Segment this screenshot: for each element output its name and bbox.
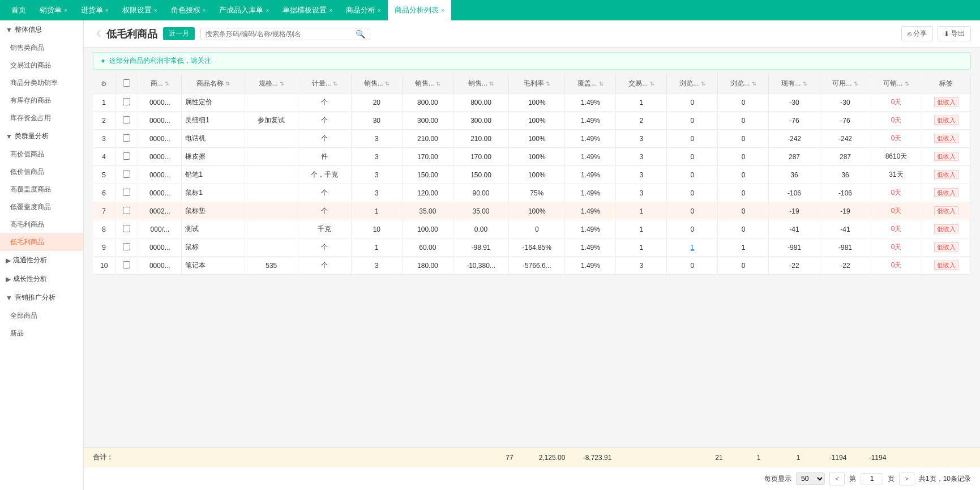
sidebar-item-low-value[interactable]: 低价值商品 — [0, 163, 83, 181]
col-code[interactable]: 商... ⇅ — [138, 74, 182, 93]
sidebar-item-traded-goods[interactable]: 交易过的商品 — [0, 57, 83, 74]
row-checkbox[interactable] — [115, 130, 138, 148]
row-name[interactable]: 测试 — [182, 220, 245, 238]
sidebar-item-low-coverage[interactable]: 低覆盖度商品 — [0, 198, 83, 216]
export-button[interactable]: ⬇ 导出 — [938, 26, 971, 41]
sidebar-item-all-goods[interactable]: 全部商品 — [0, 307, 83, 325]
collapse-sidebar-button[interactable]: 《 — [93, 29, 101, 39]
select-all-checkbox[interactable] — [123, 79, 130, 87]
row-check[interactable] — [123, 152, 130, 160]
row-check[interactable] — [123, 189, 130, 196]
row-browse1: 0 — [667, 112, 718, 130]
row-name[interactable]: 电话机 — [182, 130, 245, 148]
col-gross-margin[interactable]: 毛利率 ⇅ — [509, 74, 565, 93]
sidebar-item-new-goods[interactable]: 新品 — [0, 325, 83, 342]
row-check[interactable] — [123, 207, 130, 214]
row-name[interactable]: 吴细细1 — [182, 112, 245, 130]
nav-product-analysis[interactable]: 商品分析 × — [339, 0, 388, 20]
row-name[interactable]: 笔记本 — [182, 257, 245, 275]
share-button[interactable]: ⎋ 分享 — [901, 26, 933, 41]
col-sales-amount[interactable]: 销售... ⇅ — [453, 74, 508, 93]
col-available[interactable]: 可用... ⇅ — [820, 74, 871, 93]
row-checkbox[interactable] — [115, 166, 138, 184]
row-checkbox[interactable] — [115, 202, 138, 220]
close-icon[interactable]: × — [329, 7, 332, 14]
sidebar-item-stock-funds[interactable]: 库存资金占用 — [0, 109, 83, 127]
col-settings[interactable]: ⚙ — [93, 74, 115, 93]
col-unit[interactable]: 计量... ⇅ — [298, 74, 351, 93]
col-name[interactable]: 商品名称 ⇅ — [182, 74, 245, 93]
sidebar-group-growth[interactable]: ▶ 成长性分析 — [0, 270, 83, 288]
col-current[interactable]: 现有... ⇅ — [769, 74, 820, 93]
col-sales-qty[interactable]: 销售... ⇅ — [351, 74, 402, 93]
close-icon[interactable]: × — [441, 7, 444, 14]
sidebar-item-low-margin[interactable]: 低毛利商品 — [0, 233, 83, 251]
row-sales-price: 800.00 — [402, 93, 453, 112]
nav-product-entry[interactable]: 产成品入库单 × — [212, 0, 276, 20]
row-check[interactable] — [123, 134, 130, 142]
close-icon[interactable]: × — [266, 7, 269, 14]
close-icon[interactable]: × — [154, 7, 157, 14]
nav-sales[interactable]: 销货单 × — [33, 0, 74, 20]
per-page-select[interactable]: 50 100 200 — [796, 472, 825, 485]
row-checkbox[interactable] — [115, 112, 138, 130]
sidebar-item-category-rate[interactable]: 商品分类助销率 — [0, 74, 83, 92]
row-check[interactable] — [123, 225, 130, 232]
sidebar-item-in-stock[interactable]: 有库存的商品 — [0, 92, 83, 109]
row-name[interactable]: 橡皮擦 — [182, 148, 245, 166]
sidebar-group-overview[interactable]: ▼ 整体信息 — [0, 20, 83, 39]
close-icon[interactable]: × — [64, 7, 67, 14]
row-checkbox[interactable] — [115, 93, 138, 112]
row-sellable: 0天 — [871, 257, 922, 275]
col-browse2[interactable]: 浏览... ⇅ — [718, 74, 769, 93]
row-check[interactable] — [123, 243, 130, 250]
sidebar-group-circulation[interactable]: ▶ 流通性分析 — [0, 251, 83, 270]
sidebar-item-sales-goods[interactable]: 销售类商品 — [0, 39, 83, 57]
row-check[interactable] — [123, 116, 130, 123]
close-icon[interactable]: × — [378, 7, 381, 14]
nav-roles[interactable]: 角色授权 × — [164, 0, 213, 20]
sidebar-item-high-coverage[interactable]: 高覆盖度商品 — [0, 181, 83, 198]
prev-page-button[interactable]: ＜ — [829, 472, 845, 485]
col-sellable[interactable]: 可销... ⇅ — [871, 74, 922, 93]
row-name[interactable]: 鼠标1 — [182, 184, 245, 202]
period-button[interactable]: 近一月 — [163, 27, 195, 40]
row-name[interactable]: 鼠标 — [182, 238, 245, 257]
col-spec[interactable]: 规格... ⇅ — [245, 74, 298, 93]
close-icon[interactable]: × — [203, 7, 206, 14]
row-checkbox[interactable] — [115, 257, 138, 275]
sidebar-group-marketing[interactable]: ▼ 营销推广分析 — [0, 288, 83, 307]
row-name[interactable]: 鼠标垫 — [182, 202, 245, 220]
page-number-input[interactable] — [861, 473, 883, 484]
nav-permissions[interactable]: 权限设置 × — [115, 0, 164, 20]
row-checkbox[interactable] — [115, 148, 138, 166]
row-name[interactable]: 铅笔1 — [182, 166, 245, 184]
col-browse1[interactable]: 浏览... ⇅ — [667, 74, 718, 93]
search-input[interactable] — [206, 30, 356, 38]
sidebar-group-cluster[interactable]: ▼ 类群量分析 — [0, 127, 83, 146]
col-sales-price[interactable]: 销售... ⇅ — [402, 74, 453, 93]
row-checkbox[interactable] — [115, 184, 138, 202]
search-icon[interactable]: 🔍 — [356, 29, 365, 39]
col-checkbox[interactable] — [115, 74, 138, 93]
col-transaction[interactable]: 交易... ⇅ — [616, 74, 667, 93]
row-name[interactable]: 属性定价 — [182, 93, 245, 112]
nav-purchase[interactable]: 进货单 × — [74, 0, 115, 20]
col-coverage[interactable]: 覆盖... ⇅ — [565, 74, 616, 93]
row-browse1[interactable]: 1 — [667, 238, 718, 257]
row-spec — [245, 184, 298, 202]
row-check[interactable] — [123, 171, 130, 178]
nav-template-settings[interactable]: 单据模板设置 × — [276, 0, 339, 20]
row-checkbox[interactable] — [115, 238, 138, 257]
nav-home[interactable]: 首页 — [5, 0, 33, 20]
col-tag[interactable]: 标签 — [922, 74, 970, 93]
nav-product-analysis-list[interactable]: 商品分析列表 × — [388, 0, 451, 20]
table-row: 2 0000... 吴细细1 参加复试 个 30 300.00 300.00 1… — [93, 112, 971, 130]
next-page-button[interactable]: ＞ — [899, 472, 914, 485]
row-checkbox[interactable] — [115, 220, 138, 238]
sidebar-item-high-margin[interactable]: 高毛利商品 — [0, 216, 83, 233]
close-icon[interactable]: × — [105, 7, 109, 14]
row-check[interactable] — [123, 261, 130, 269]
sidebar-item-high-value[interactable]: 高价值商品 — [0, 146, 83, 163]
row-check[interactable] — [123, 98, 130, 105]
